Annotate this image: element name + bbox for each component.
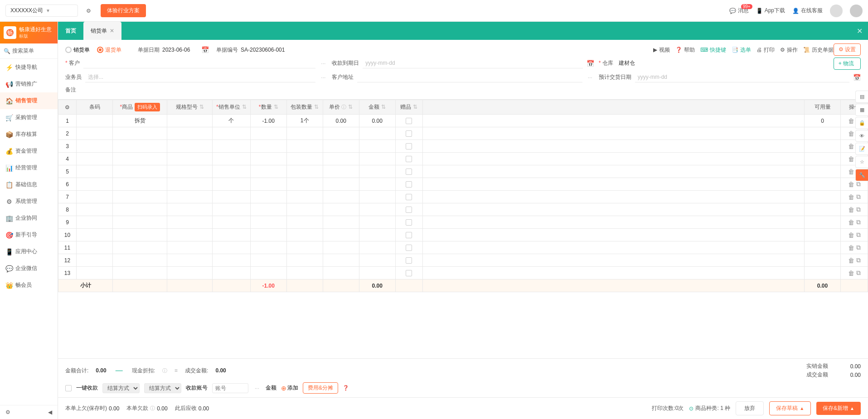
sidebar-item-guide[interactable]: 🎯 新手引导	[0, 226, 58, 243]
sidebar-item-inventory[interactable]: 📦 库存核算	[0, 126, 58, 143]
account-input[interactable]	[212, 383, 248, 393]
copy-row-btn[interactable]: ⧉	[856, 269, 861, 277]
trial-btn[interactable]: 体验行业方案	[101, 4, 146, 17]
delete-row-btn[interactable]: 🗑	[848, 269, 854, 277]
copy-row-btn[interactable]: ⧉	[856, 180, 861, 188]
due-date-input[interactable]	[363, 58, 582, 68]
sidebar-item-sales[interactable]: 🏠 销售管理	[0, 92, 58, 109]
calendar-icon[interactable]: 📅	[201, 46, 209, 53]
gift-checkbox[interactable]	[406, 181, 412, 188]
float-btn-tool[interactable]: 🔧	[855, 169, 868, 181]
delete-row-btn[interactable]: 🗑	[848, 193, 854, 201]
delete-row-btn[interactable]: 🗑	[848, 218, 854, 226]
account-dots[interactable]: ···	[253, 385, 261, 391]
sidebar-item-finance[interactable]: 💰 资金管理	[0, 143, 58, 159]
tab-sales-order[interactable]: 销货单 ✕	[83, 22, 121, 40]
delete-row-btn[interactable]: 🗑	[848, 231, 854, 239]
sidebar-item-wechat[interactable]: 💬 企业微信	[0, 260, 58, 277]
method-select2[interactable]: 结算方式	[144, 383, 181, 393]
copy-row-btn[interactable]: ⧉	[856, 193, 861, 201]
sidebar-item-app-center[interactable]: 📱 应用中心	[0, 243, 58, 260]
select-btn[interactable]: 📑 选单	[732, 46, 751, 54]
delete-row-btn[interactable]: 🗑	[848, 142, 854, 150]
gift-checkbox[interactable]	[406, 207, 412, 213]
delete-row-btn[interactable]: 🗑	[848, 117, 854, 125]
setting-btn[interactable]: ⚙ 设置	[834, 43, 861, 56]
help-btn[interactable]: ❓ 帮助	[675, 46, 695, 54]
tab-close-all-btn[interactable]: ✕	[851, 27, 868, 35]
gift-checkbox[interactable]	[406, 245, 412, 251]
sidebar-item-base-info[interactable]: 📋 基础信息	[0, 176, 58, 193]
save-draft-btn[interactable]: 保存草稿 ▲	[769, 401, 811, 415]
sidebar-item-enterprise[interactable]: 🏢 企业协同	[0, 210, 58, 226]
tab-close-icon[interactable]: ✕	[110, 28, 114, 34]
th-settings[interactable]: ⚙	[58, 100, 77, 115]
float-btn-note[interactable]: 📝	[855, 143, 868, 155]
avatar-2[interactable]	[850, 5, 863, 17]
delete-row-btn[interactable]: 🗑	[848, 206, 854, 213]
customer-input[interactable]	[83, 58, 315, 68]
sidebar-settings-icon[interactable]: ⚙	[5, 409, 10, 415]
expected-date-calendar-icon[interactable]: 📅	[853, 74, 861, 81]
ops-btn[interactable]: ⚙ 操作	[780, 46, 798, 54]
tab-home[interactable]: 首页	[58, 22, 83, 40]
add-btn[interactable]: ⊕ 添加	[281, 384, 298, 392]
radio-sale[interactable]: 销货单	[65, 46, 90, 54]
delete-row-btn[interactable]: 🗑	[848, 244, 854, 251]
delete-row-btn[interactable]: 🗑	[848, 155, 854, 163]
salesperson-input[interactable]	[85, 72, 315, 82]
gift-checkbox[interactable]	[406, 270, 412, 276]
save-new-btn[interactable]: 保存&新增 ▲	[816, 402, 861, 415]
sidebar-item-member[interactable]: 👑 畅会员	[0, 277, 58, 294]
sidebar-item-system[interactable]: ⚙ 系统管理	[0, 193, 58, 210]
method-select[interactable]: 结算方式	[102, 383, 140, 393]
delete-row-btn[interactable]: 🗑	[848, 130, 854, 137]
gift-checkbox[interactable]	[406, 156, 412, 162]
delete-row-btn[interactable]: 🗑	[848, 168, 854, 175]
notes-input[interactable]	[83, 87, 861, 93]
settings-gear-btn[interactable]: ⚙	[82, 4, 95, 18]
float-btn-2[interactable]: ▦	[855, 104, 868, 116]
expense-btn[interactable]: 费用&分摊	[303, 382, 338, 394]
sidebar-item-quick-nav[interactable]: ⚡ 快捷导航	[0, 59, 58, 76]
abandon-btn[interactable]: 放弃	[736, 401, 764, 415]
print-btn[interactable]: 🖨 打印	[756, 46, 775, 54]
copy-row-btn[interactable]: ⧉	[856, 256, 861, 264]
due-date-calendar-icon[interactable]: 📅	[587, 60, 594, 67]
shortcut-btn[interactable]: ⌨ 快捷键	[700, 46, 726, 54]
sidebar-item-purchase[interactable]: 🛒 采购管理	[0, 109, 58, 126]
history-btn[interactable]: 📜 历史单据	[803, 46, 834, 54]
one-click-checkbox[interactable]	[65, 385, 72, 391]
salesperson-dots[interactable]: ···	[319, 74, 327, 81]
customer-addr-input[interactable]	[357, 72, 582, 82]
company-selector[interactable]: XXXXXX公司 ▼	[5, 5, 78, 17]
copy-row-btn[interactable]: ⧉	[856, 244, 861, 251]
radio-return[interactable]: 退货单	[97, 46, 121, 54]
gift-checkbox[interactable]	[406, 118, 412, 124]
gift-checkbox[interactable]	[406, 130, 412, 137]
float-btn-lock[interactable]: 🔒	[855, 117, 868, 129]
logistics-btn[interactable]: + 物流	[834, 58, 861, 70]
float-btn-1[interactable]: ▤	[855, 91, 868, 103]
gift-checkbox[interactable]	[406, 194, 412, 200]
customer-dots[interactable]: ···	[319, 60, 327, 67]
scan-btn[interactable]: 扫码录入	[135, 103, 160, 111]
expected-date-input[interactable]	[635, 72, 849, 82]
app-download-btn[interactable]: 📱 App下载	[756, 7, 785, 14]
copy-row-btn[interactable]: ⧉	[856, 218, 861, 226]
video-btn[interactable]: ▶ 视频	[653, 46, 670, 54]
sidebar-item-operations[interactable]: 📊 经营管理	[0, 159, 58, 176]
gift-checkbox[interactable]	[406, 169, 412, 175]
copy-row-btn[interactable]: ⧉	[856, 206, 861, 213]
copy-row-btn[interactable]: ⧉	[856, 231, 861, 239]
float-btn-eye[interactable]: 👁	[855, 130, 868, 142]
sidebar-collapse-icon[interactable]: ◀	[48, 409, 52, 415]
delete-row-btn[interactable]: 🗑	[848, 256, 854, 264]
sidebar-item-marketing[interactable]: 📢 营销推广	[0, 76, 58, 92]
avatar[interactable]	[830, 5, 843, 17]
customer-addr-dots[interactable]: ···	[586, 74, 594, 81]
message-btn[interactable]: 💬 消息 99+	[729, 7, 749, 14]
gift-checkbox[interactable]	[406, 219, 412, 226]
gift-checkbox[interactable]	[406, 257, 412, 264]
float-btn-star[interactable]: ☆	[855, 156, 868, 168]
